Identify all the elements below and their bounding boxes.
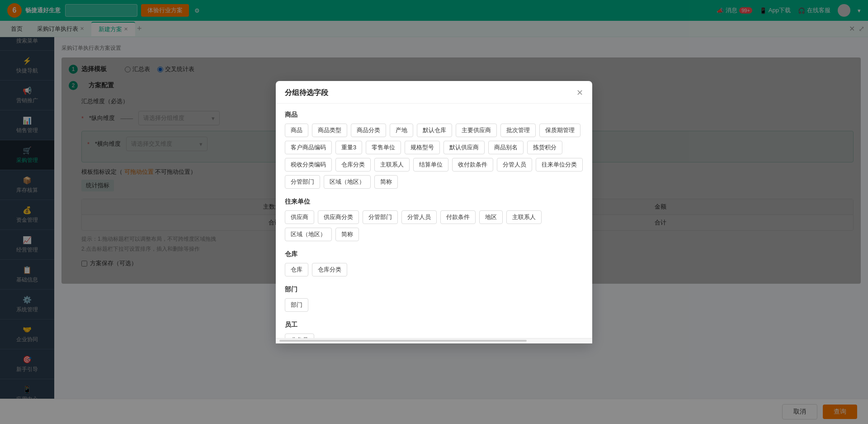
field-tag[interactable]: 仓库分类 bbox=[335, 158, 371, 172]
field-tag[interactable]: 仓库分类 bbox=[312, 263, 347, 276]
product-field-tags: 商品商品类型商品分类产地默认仓库主要供应商批次管理保质期管理客户商品编码重量3零… bbox=[285, 124, 583, 189]
field-tag[interactable]: 业务员 bbox=[285, 333, 314, 338]
field-tag[interactable]: 商品分类 bbox=[351, 124, 386, 137]
field-tag[interactable]: 规格型号 bbox=[405, 141, 440, 154]
field-tag[interactable]: 供应商 bbox=[285, 210, 314, 224]
modal-body: 商品 商品商品类型商品分类产地默认仓库主要供应商批次管理保质期管理客户商品编码重… bbox=[276, 104, 592, 338]
department-field-tags: 部门 bbox=[285, 298, 583, 312]
field-tag[interactable]: 地区 bbox=[479, 210, 503, 224]
field-tag[interactable]: 区域（地区） bbox=[324, 175, 371, 189]
employee-field-tags: 业务员 bbox=[285, 333, 583, 338]
warehouse-field-tags: 仓库仓库分类 bbox=[285, 263, 583, 276]
modal-overlay: 分组待选字段 ✕ 商品 商品商品类型商品分类产地默认仓库主要供应商批次管理保质期… bbox=[0, 0, 868, 424]
field-tag[interactable]: 零售单位 bbox=[366, 141, 401, 154]
field-tag[interactable]: 客户商品编码 bbox=[285, 141, 332, 154]
field-tag[interactable]: 区域（地区） bbox=[285, 228, 332, 241]
field-tag[interactable]: 产地 bbox=[390, 124, 413, 137]
field-tag[interactable]: 供应商分类 bbox=[318, 210, 359, 224]
field-tag[interactable]: 简称 bbox=[374, 175, 398, 189]
modal-dialog: 分组待选字段 ✕ 商品 商品商品类型商品分类产地默认仓库主要供应商批次管理保质期… bbox=[276, 81, 592, 343]
field-group-product-title: 商品 bbox=[285, 111, 583, 119]
field-tag[interactable]: 仓库 bbox=[285, 263, 308, 276]
modal-header: 分组待选字段 ✕ bbox=[276, 81, 592, 104]
field-tag[interactable]: 商品类型 bbox=[312, 124, 347, 137]
field-tag[interactable]: 批次管理 bbox=[500, 124, 536, 137]
field-tag[interactable]: 收付款条件 bbox=[452, 158, 493, 172]
field-tag[interactable]: 分管部门 bbox=[285, 175, 320, 189]
field-group-employee: 员工 业务员 bbox=[285, 321, 583, 338]
field-tag[interactable]: 默认供应商 bbox=[443, 141, 485, 154]
field-tag[interactable]: 往来单位分类 bbox=[536, 158, 583, 172]
hscroll-thumb bbox=[279, 340, 527, 342]
modal-title: 分组待选字段 bbox=[285, 88, 328, 98]
modal-hscroll[interactable] bbox=[276, 338, 592, 343]
field-tag[interactable]: 保质期管理 bbox=[539, 124, 580, 137]
field-tag[interactable]: 商品别名 bbox=[488, 141, 524, 154]
field-group-department-title: 部门 bbox=[285, 286, 583, 294]
field-tag[interactable]: 分管人员 bbox=[401, 210, 437, 224]
field-tag[interactable]: 部门 bbox=[285, 298, 308, 312]
field-tag[interactable]: 拣货积分 bbox=[527, 141, 562, 154]
field-tag[interactable]: 主要供应商 bbox=[456, 124, 497, 137]
field-tag[interactable]: 主联系人 bbox=[374, 158, 410, 172]
field-group-warehouse: 仓库 仓库仓库分类 bbox=[285, 250, 583, 276]
field-tag[interactable]: 税收分类编码 bbox=[285, 158, 332, 172]
field-group-product: 商品 商品商品类型商品分类产地默认仓库主要供应商批次管理保质期管理客户商品编码重… bbox=[285, 111, 583, 189]
field-group-warehouse-title: 仓库 bbox=[285, 250, 583, 258]
field-tag[interactable]: 付款条件 bbox=[440, 210, 476, 224]
field-group-employee-title: 员工 bbox=[285, 321, 583, 329]
field-tag[interactable]: 默认仓库 bbox=[417, 124, 452, 137]
field-tag[interactable]: 分管部门 bbox=[363, 210, 398, 224]
field-group-partner: 往来单位 供应商供应商分类分管部门分管人员付款条件地区主联系人区域（地区）简称 bbox=[285, 198, 583, 241]
field-group-partner-title: 往来单位 bbox=[285, 198, 583, 206]
field-tag[interactable]: 主联系人 bbox=[506, 210, 542, 224]
field-tag[interactable]: 商品 bbox=[285, 124, 308, 137]
field-tag[interactable]: 结算单位 bbox=[413, 158, 448, 172]
field-tag[interactable]: 分管人员 bbox=[497, 158, 532, 172]
field-group-department: 部门 部门 bbox=[285, 286, 583, 312]
modal-close-btn[interactable]: ✕ bbox=[576, 89, 583, 97]
partner-field-tags: 供应商供应商分类分管部门分管人员付款条件地区主联系人区域（地区）简称 bbox=[285, 210, 583, 241]
field-tag[interactable]: 简称 bbox=[335, 228, 359, 241]
field-tag[interactable]: 重量3 bbox=[335, 141, 362, 154]
